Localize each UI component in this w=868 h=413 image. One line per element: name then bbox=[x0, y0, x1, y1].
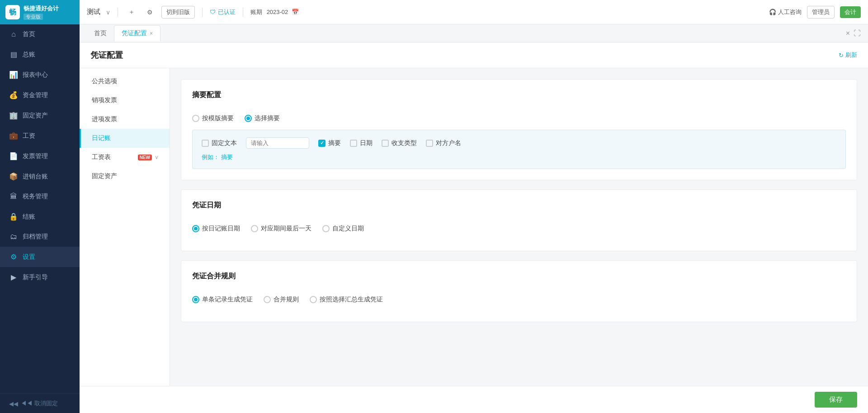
left-nav-sales-invoice[interactable]: 销项发票 bbox=[80, 91, 170, 110]
sidebar-item-capital[interactable]: 💰 资金管理 bbox=[0, 85, 80, 105]
calendar-icon[interactable]: 📅 bbox=[292, 9, 299, 15]
radio-period-last-circle bbox=[251, 225, 258, 232]
main-area: 测试 ∨ ＋ ⚙ 切到旧版 🛡 已认证 账期 2023-02 📅 🎧 人工咨询 bbox=[80, 0, 868, 413]
date-title: 凭证日期 bbox=[192, 201, 846, 216]
payroll-row: 工资表 NEW ∨ bbox=[92, 153, 159, 161]
left-nav-payroll[interactable]: 工资表 NEW ∨ bbox=[80, 148, 170, 167]
invoice-icon: 📄 bbox=[9, 152, 18, 160]
topbar-right: 🎧 人工咨询 管理员 会计 bbox=[769, 6, 861, 19]
close-window-icon[interactable]: × bbox=[846, 29, 850, 38]
logo-icon: 畅 bbox=[5, 5, 20, 19]
checkbox-row: 固定文本 ✓ 摘要 bbox=[202, 137, 836, 149]
left-nav-public[interactable]: 公共选项 bbox=[80, 72, 170, 91]
page-wrapper: 凭证配置 ↻ 刷新 公共选项 销项发票 进项发票 bbox=[80, 42, 868, 413]
merge-radio-rule[interactable]: 合并规则 bbox=[264, 296, 299, 304]
tab-actions: × ⛶ bbox=[846, 29, 861, 38]
new-badge: NEW bbox=[138, 155, 152, 160]
merge-title: 凭证合并规则 bbox=[192, 272, 846, 286]
radio-select-dot bbox=[246, 117, 250, 120]
left-nav-fixed-assets[interactable]: 固定资产 bbox=[80, 167, 170, 186]
sidebar-item-guide[interactable]: ▶ 新手引导 bbox=[0, 267, 80, 287]
checkbox-date-box bbox=[350, 140, 357, 147]
refresh-button[interactable]: ↻ 刷新 bbox=[839, 51, 857, 59]
logo-text: 畅捷通好会计 专业版 bbox=[24, 5, 59, 20]
sidebar-item-archive[interactable]: 🗂 归档管理 bbox=[0, 227, 80, 247]
shield-icon: 🛡 bbox=[210, 9, 216, 15]
sidebar-item-home[interactable]: ⌂ 首页 bbox=[0, 24, 80, 44]
sidebar-item-ledger[interactable]: ▤ 总账 bbox=[0, 44, 80, 65]
settings-topbar-button[interactable]: ⚙ bbox=[143, 6, 156, 19]
sidebar-item-trade[interactable]: 📦 进销台账 bbox=[0, 166, 80, 187]
date-radio-journal[interactable]: 按日记账日期 bbox=[192, 225, 240, 233]
merge-radio-select[interactable]: 按照选择汇总生成凭证 bbox=[310, 296, 383, 304]
tab-close-icon[interactable]: × bbox=[150, 30, 153, 37]
summary-config-box: 固定文本 ✓ 摘要 bbox=[192, 130, 846, 169]
checkbox-date[interactable]: 日期 bbox=[350, 139, 373, 147]
summary-radio-template[interactable]: 按模版摘要 bbox=[192, 114, 234, 122]
date-radio-group: 按日记账日期 对应期间最后一天 自定义日期 bbox=[192, 225, 846, 233]
summary-radio-select[interactable]: 选择摘要 bbox=[245, 114, 280, 122]
merge-radio-group: 单条记录生成凭证 合并规则 按照选择汇总生成凭证 bbox=[192, 296, 846, 304]
left-nav: 公共选项 销项发票 进项发票 日记账 工资表 bbox=[80, 68, 170, 386]
checkbox-counterpart-box bbox=[426, 140, 433, 147]
checkbox-income-type[interactable]: 收支类型 bbox=[382, 139, 417, 147]
user-button[interactable]: 管理员 bbox=[807, 6, 835, 19]
checkbox-check-icon: ✓ bbox=[320, 140, 324, 146]
payroll-right: NEW ∨ bbox=[138, 154, 159, 160]
radio-custom-circle bbox=[322, 225, 330, 232]
tab-voucher-config[interactable]: 凭证配置 × bbox=[114, 25, 160, 42]
sidebar-item-invoice[interactable]: 📄 发票管理 bbox=[0, 146, 80, 166]
add-button[interactable]: ＋ bbox=[125, 6, 138, 19]
inner-layout: 公共选项 销项发票 进项发票 日记账 工资表 bbox=[80, 68, 868, 386]
asset-icon: 🏢 bbox=[9, 111, 18, 120]
date-radio-custom[interactable]: 自定义日期 bbox=[322, 225, 364, 233]
certified-badge: 🛡 已认证 bbox=[210, 8, 236, 16]
ledger-icon: ▤ bbox=[9, 50, 18, 59]
sidebar-item-asset[interactable]: 🏢 固定资产 bbox=[0, 105, 80, 126]
save-button[interactable]: 保存 bbox=[815, 392, 857, 408]
sidebar-item-report[interactable]: 📊 报表中心 bbox=[0, 65, 80, 85]
right-content: 摘要配置 按模版摘要 选择摘要 bbox=[170, 68, 868, 386]
sidebar-item-settings[interactable]: ⚙ 设置 bbox=[0, 247, 80, 267]
radio-journal-circle bbox=[192, 225, 199, 232]
help-button[interactable]: 🎧 人工咨询 bbox=[769, 8, 802, 16]
checkbox-income-type-box bbox=[382, 140, 389, 147]
home-icon: ⌂ bbox=[9, 30, 18, 38]
cancel-fixed-button[interactable]: ◀◀ ◀◀ 取消固定 bbox=[0, 394, 80, 413]
radio-rule-circle bbox=[264, 296, 271, 303]
expand-window-icon[interactable]: ⛶ bbox=[854, 29, 861, 38]
summary-section: 摘要配置 按模版摘要 选择摘要 bbox=[181, 79, 857, 180]
tax-icon: 🏛 bbox=[9, 192, 18, 201]
company-name: 测试 bbox=[87, 8, 100, 16]
switch-old-version-button[interactable]: 切到旧版 bbox=[161, 6, 195, 19]
sidebar-item-close[interactable]: 🔒 结账 bbox=[0, 206, 80, 227]
checkbox-fixed-text-box bbox=[202, 140, 209, 147]
radio-merge-select-circle bbox=[310, 296, 317, 303]
checkbox-summary[interactable]: ✓ 摘要 bbox=[318, 139, 341, 147]
checkbox-fixed-text[interactable]: 固定文本 bbox=[202, 139, 237, 147]
archive-icon: 🗂 bbox=[9, 233, 18, 241]
close-nav-icon: 🔒 bbox=[9, 212, 18, 221]
sidebar-item-tax[interactable]: 🏛 税务管理 bbox=[0, 187, 80, 206]
chevron-down-icon[interactable]: ∨ bbox=[106, 9, 110, 16]
left-nav-purchase-invoice[interactable]: 进项发票 bbox=[80, 110, 170, 129]
sidebar-item-salary[interactable]: 💼 工资 bbox=[0, 126, 80, 146]
left-nav-journal[interactable]: 日记账 bbox=[80, 129, 170, 148]
radio-template-circle bbox=[192, 115, 199, 122]
example-text: 例如： 摘要 bbox=[202, 153, 836, 161]
radio-single-dot bbox=[194, 298, 198, 301]
cancel-fixed-icon: ◀◀ bbox=[9, 400, 18, 407]
sidebar-logo: 畅 畅捷通好会计 专业版 bbox=[0, 0, 80, 24]
refresh-icon: ↻ bbox=[839, 52, 844, 59]
chevron-icon: ∨ bbox=[155, 154, 159, 160]
fixed-text-input[interactable] bbox=[246, 137, 309, 149]
merge-section: 凭证合并规则 单条记录生成凭证 合并规则 bbox=[181, 260, 857, 322]
period-label: 账期 2023-02 📅 bbox=[250, 8, 299, 16]
date-radio-period-last[interactable]: 对应期间最后一天 bbox=[251, 225, 311, 233]
tab-home[interactable]: 首页 bbox=[87, 26, 114, 41]
merge-radio-single[interactable]: 单条记录生成凭证 bbox=[192, 296, 253, 304]
checkbox-counterpart[interactable]: 对方户名 bbox=[426, 139, 461, 147]
sidebar-nav: ⌂ 首页 ▤ 总账 📊 报表中心 💰 资金管理 🏢 固定资产 💼 工资 bbox=[0, 24, 80, 394]
role-button[interactable]: 会计 bbox=[840, 6, 861, 18]
headset-icon: 🎧 bbox=[769, 9, 776, 15]
